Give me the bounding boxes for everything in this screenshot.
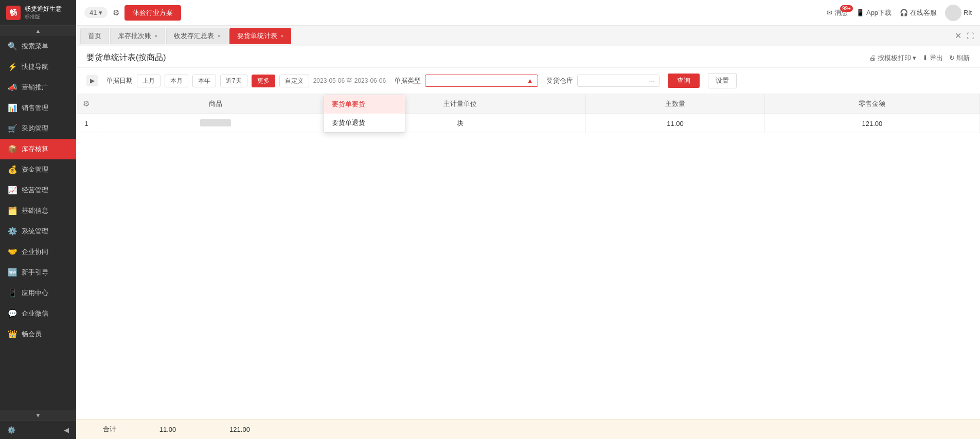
tab-expand-icon[interactable]: ⛶ — [965, 32, 976, 40]
tab-home[interactable]: 首页 — [80, 28, 109, 44]
sidebar-item-apps[interactable]: 📱 应用中心 — [0, 283, 76, 303]
more-btn[interactable]: 更多 — [252, 75, 275, 87]
service-icon: 🎧 — [900, 9, 908, 16]
sidebar-item-basic[interactable]: 🗂️ 基础信息 — [0, 200, 76, 221]
industry-button[interactable]: 体验行业方案 — [124, 5, 181, 21]
sidebar-item-label: 基础信息 — [22, 206, 48, 215]
this-month-btn[interactable]: 本月 — [165, 75, 188, 87]
sidebar-item-label: 资金管理 — [22, 165, 48, 174]
sidebar-item-member[interactable]: 👑 畅会员 — [0, 324, 76, 344]
tab-batch-close-icon[interactable]: × — [154, 33, 157, 39]
topbar-right: ✉ 消息 99+ 📱 App下载 🎧 在线客服 Rit — [827, 5, 972, 21]
tab-close-all-icon[interactable]: ✕ — [953, 31, 964, 41]
main-area: 41 ▾ ⚙ 体验行业方案 ✉ 消息 99+ 📱 App下载 🎧 在线客服 R — [76, 0, 980, 439]
type-input[interactable] — [430, 77, 523, 85]
footer-label: 合计 — [82, 425, 116, 434]
topbar-left: 41 ▾ ⚙ 体验行业方案 — [84, 5, 821, 21]
sidebar-scroll-up[interactable]: ▲ — [0, 26, 76, 36]
inventory-icon: 📦 — [7, 144, 17, 154]
quick-icon: ⚡ — [7, 62, 17, 71]
wechat-icon: 💬 — [7, 309, 17, 318]
this-year-btn[interactable]: 本年 — [192, 75, 216, 87]
print-chevron-icon: ▾ — [913, 54, 916, 62]
online-service-btn[interactable]: 🎧 在线客服 — [900, 8, 937, 17]
message-btn[interactable]: ✉ 消息 99+ — [827, 8, 848, 17]
filter-bar: ▶ 单据日期 上月 本月 本年 近7天 更多 自定义 2023-05-06 至 … — [76, 68, 980, 94]
type-dropdown: 要货单要货 要货单退货 — [323, 95, 405, 133]
marketing-icon: 📣 — [7, 83, 17, 92]
sidebar-item-marketing[interactable]: 📣 营销推广 — [0, 77, 76, 98]
type-select[interactable]: ▲ — [425, 75, 538, 87]
sidebar-item-label: 销售管理 — [22, 103, 48, 113]
sales-icon: 📊 — [7, 103, 17, 113]
settings-icon[interactable]: ⚙️ — [7, 426, 15, 434]
sidebar-item-label: 快捷导航 — [22, 62, 48, 71]
last-month-btn[interactable]: 上月 — [137, 75, 161, 87]
cell-no: 1 — [76, 114, 97, 133]
sidebar-item-system[interactable]: ⚙️ 系统管理 — [0, 221, 76, 242]
col-product: 商品 — [97, 94, 334, 114]
custom-btn[interactable]: 自定义 — [279, 75, 309, 87]
apps-icon: 📱 — [7, 288, 17, 298]
query-button[interactable]: 查询 — [668, 74, 700, 88]
sidebar-item-wechat[interactable]: 💬 企业微信 — [0, 303, 76, 324]
dropdown-item-order-return[interactable]: 要货单退货 — [324, 114, 405, 132]
tab-summary-label: 收发存汇总表 — [174, 31, 214, 41]
warehouse-filter-section: 要货仓库 ··· — [546, 75, 660, 87]
app-download-btn[interactable]: 📱 App下载 — [856, 8, 892, 17]
export-btn[interactable]: ⬇ 导出 — [922, 53, 943, 63]
date-range: 2023-05-06 至 2023-06-06 — [313, 77, 386, 85]
topbar-gear-icon[interactable]: ⚙ — [113, 8, 119, 17]
sidebar-item-inventory[interactable]: 📦 库存核算 — [0, 139, 76, 159]
page-header-actions: 🖨 按模板打印 ▾ ⬇ 导出 ↻ 刷新 — [869, 53, 970, 63]
collapse-icon[interactable]: ◀ — [64, 426, 69, 434]
col-gear[interactable]: ⚙ — [76, 94, 97, 114]
logo-text: 畅捷通好生意 标准版 — [25, 5, 62, 20]
warehouse-label: 要货仓库 — [546, 76, 573, 85]
sidebar-item-finance[interactable]: 💰 资金管理 — [0, 159, 76, 180]
date-label: 单据日期 — [106, 76, 133, 85]
data-table: ⚙ 商品 主计量单位 主数量 零售金额 1 块 — [76, 94, 980, 133]
operation-icon: 📈 — [7, 186, 17, 195]
table-header-row: ⚙ 商品 主计量单位 主数量 零售金额 — [76, 94, 980, 114]
tab-summary-close-icon[interactable]: × — [217, 33, 220, 39]
sidebar-item-quick[interactable]: ⚡ 快捷导航 — [0, 57, 76, 77]
sidebar-item-label: 企业微信 — [22, 309, 48, 318]
footer-qty: 11.00 — [147, 426, 188, 433]
sidebar-item-guide[interactable]: 🆕 新手引导 — [0, 262, 76, 283]
sidebar-scroll-down[interactable]: ▼ — [0, 410, 76, 420]
last7-btn[interactable]: 近7天 — [220, 75, 247, 87]
sidebar: 畅 畅捷通好生意 标准版 ▲ 🔍 搜索菜单 ⚡ 快捷导航 📣 营销推广 📊 销售… — [0, 0, 76, 439]
tab-order-stat[interactable]: 要货单统计表 × — [229, 28, 291, 44]
print-icon: 🖨 — [869, 54, 876, 62]
coop-icon: 🤝 — [7, 247, 17, 257]
sidebar-item-label: 畅会员 — [22, 330, 42, 339]
sidebar-item-purchase[interactable]: 🛒 采购管理 — [0, 118, 76, 139]
print-btn[interactable]: 🖨 按模板打印 ▾ — [869, 53, 916, 63]
user-avatar[interactable]: Rit — [945, 5, 972, 21]
sidebar-item-label: 系统管理 — [22, 227, 48, 236]
message-badge: 99+ — [840, 5, 853, 12]
tab-home-label: 首页 — [88, 31, 101, 41]
app-download-label: App下载 — [866, 8, 892, 17]
tab-order-stat-close-icon[interactable]: × — [280, 33, 283, 39]
sidebar-item-operation[interactable]: 📈 经营管理 — [0, 180, 76, 200]
filter-expand-btn[interactable]: ▶ — [86, 75, 98, 86]
table-settings-icon[interactable]: ⚙ — [83, 99, 90, 108]
table-container: ⚙ 商品 主计量单位 主数量 零售金额 1 块 — [76, 94, 980, 419]
sidebar-item-sales[interactable]: 📊 销售管理 — [0, 98, 76, 118]
dropdown-item-order-goods[interactable]: 要货单要货 — [324, 95, 405, 114]
breadcrumb-id: 41 — [90, 9, 97, 16]
date-filter-section: 单据日期 上月 本月 本年 近7天 更多 自定义 2023-05-06 至 20… — [106, 75, 386, 87]
finance-icon: 💰 — [7, 165, 17, 174]
sidebar-item-coop[interactable]: 🤝 企业协同 — [0, 242, 76, 262]
sidebar-item-search[interactable]: 🔍 搜索菜单 — [0, 36, 76, 57]
settings-button[interactable]: 设置 — [708, 73, 737, 88]
tab-summary[interactable]: 收发存汇总表 × — [166, 28, 228, 44]
refresh-btn[interactable]: ↻ 刷新 — [949, 53, 970, 63]
avatar-img — [945, 5, 961, 21]
tab-batch[interactable]: 库存批次账 × — [110, 28, 165, 44]
breadcrumb-chevron-icon: ▾ — [99, 9, 102, 16]
sidebar-item-label: 营销推广 — [22, 83, 48, 92]
warehouse-select[interactable]: ··· — [577, 75, 660, 87]
